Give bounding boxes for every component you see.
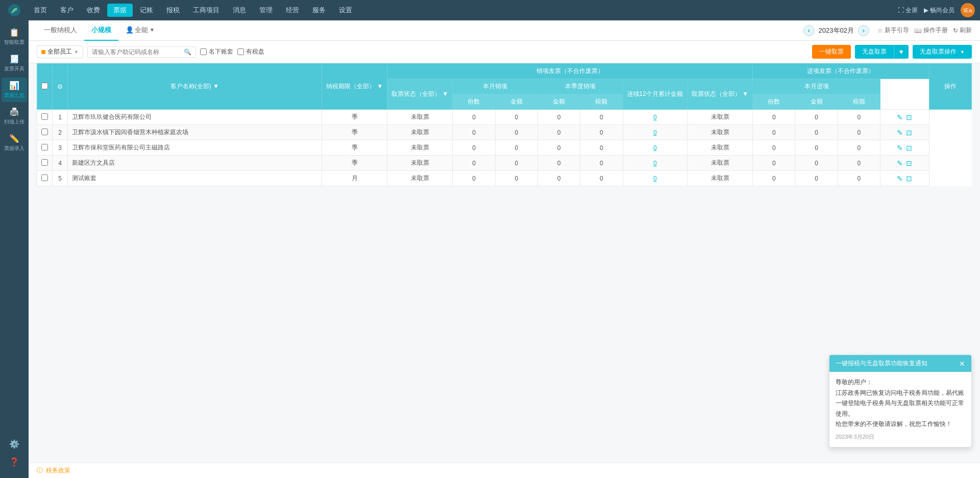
wupan-ops-btn[interactable]: 无盘取票操作 ▼ [913, 45, 972, 59]
row-checkbox[interactable] [41, 144, 48, 150]
row-xx-month-amount: 0 [495, 125, 537, 140]
checkbox-mingxia-label[interactable]: 名下账套 [200, 47, 233, 56]
row-xx-12m[interactable]: 0 [623, 140, 687, 156]
col-checkbox [37, 64, 53, 110]
row-name: 新建区方文具店 [68, 156, 322, 171]
nav-item-记账[interactable]: 记账 [134, 4, 159, 17]
sidebar-item-settings[interactable]: ⚙️ [2, 436, 27, 452]
sidebar-item-smart-ticket[interactable]: 📋 智能取票 [2, 24, 27, 49]
member-btn[interactable]: ▶ 畅尚会员 [924, 6, 954, 15]
next-month-btn[interactable]: › [858, 25, 869, 36]
guide-btn[interactable]: ☆ 新手引导 [877, 26, 909, 35]
sidebar-bottom: ⚙️ ❓ [2, 436, 27, 474]
col-group-jinxiang: 进项发票（不合作废票） [753, 64, 929, 79]
edit-icon[interactable]: ✎ [897, 159, 903, 167]
invoice-open-icon: 🧾 [9, 54, 19, 64]
col-jx-month: 本月进项 [753, 79, 880, 94]
nav-item-客户[interactable]: 客户 [54, 4, 80, 17]
row-period: 季 [322, 125, 387, 140]
search-icon[interactable]: 🔍 [184, 48, 191, 56]
col-jx-status: 取票状态（全部） ▼ [687, 79, 752, 110]
checkbox-youshui[interactable] [237, 48, 244, 55]
delete-icon[interactable]: ⊡ [906, 159, 912, 167]
edit-icon[interactable]: ✎ [897, 129, 903, 137]
tab-general-taxpayer[interactable]: 一般纳税人 [37, 20, 84, 41]
smart-ticket-icon: 📋 [9, 28, 19, 37]
checkbox-mingxia[interactable] [200, 48, 207, 55]
edit-icon[interactable]: ✎ [897, 144, 903, 152]
checkbox-youshui-label[interactable]: 有税盘 [237, 47, 264, 56]
edit-icon[interactable]: ✎ [897, 174, 903, 183]
sidebar-item-ticket-summary[interactable]: 📊 票据汇总 [2, 78, 27, 102]
avatar[interactable]: tEa [961, 3, 975, 17]
tab-small-scale[interactable]: 小规模 [84, 20, 118, 41]
row-checkbox[interactable] [41, 113, 48, 120]
nav-item-收费[interactable]: 收费 [81, 4, 106, 17]
manual-btn[interactable]: 📖 操作手册 [914, 26, 948, 35]
date-navigator: ‹ 2023年02月 › [803, 25, 869, 36]
row-xx-12m[interactable]: 0 [623, 156, 687, 171]
refresh-btn[interactable]: ↻ 刷新 [953, 26, 972, 35]
sidebar-item-ticket-entry[interactable]: ✏️ 票据录入 [2, 131, 27, 155]
delete-icon[interactable]: ⊡ [906, 113, 912, 121]
yijian-qupiao-btn[interactable]: 一键取票 [812, 45, 851, 59]
ticket-summary-icon: 📊 [9, 81, 19, 90]
delete-icon[interactable]: ⊡ [906, 129, 912, 137]
row-xx-12m[interactable]: 0 [623, 110, 687, 125]
nav-item-票据[interactable]: 票据 [107, 4, 133, 17]
wupan-qupiao-btn[interactable]: 无盘取票 [855, 45, 894, 59]
notification-close-btn[interactable]: ✕ [959, 360, 965, 368]
refresh-icon: ↻ [953, 27, 958, 34]
tax-policy-link[interactable]: 税务政策 [46, 466, 70, 475]
row-xx-season-tax: 0 [580, 140, 623, 156]
col-xx-season-tax: 税额 [580, 94, 623, 110]
row-checkbox-cell [37, 156, 53, 171]
wupan-dropdown-btn[interactable]: ▼ [894, 45, 909, 59]
row-xx-month-amount: 0 [495, 171, 537, 186]
row-jx-month-count: 0 [753, 156, 795, 171]
select-all-checkbox[interactable] [41, 83, 48, 89]
notification-title: 一键报税与无盘取票功能恢复通知 [836, 359, 927, 368]
row-xx-status: 未取票 [387, 156, 453, 171]
delete-icon[interactable]: ⊡ [906, 144, 912, 152]
sidebar-item-scan-upload[interactable]: 🖨️ 扫描上传 [2, 104, 27, 129]
row-xx-12m[interactable]: 0 [623, 125, 687, 140]
delete-icon[interactable]: ⊡ [906, 174, 912, 183]
main-table: ⚙ 客户名称(全部) ▼ 纳税期限（全部） ▼ 销项发票（不合作废票） 进项发票… [37, 63, 972, 186]
prev-month-btn[interactable]: ‹ [803, 25, 815, 36]
nav-item-首页[interactable]: 首页 [28, 4, 53, 17]
employee-select[interactable]: 全部员工 ▼ [37, 45, 83, 58]
search-input[interactable] [92, 48, 184, 56]
row-period: 季 [322, 110, 387, 125]
fullscreen-btn[interactable]: ⛶ 全屏 [898, 6, 918, 15]
top-nav: 首页客户收费票据记账报税工商项目消息管理经营服务设置 ⛶ 全屏 ▶ 畅尚会员 t… [0, 0, 980, 20]
row-xx-12m[interactable]: 0 [623, 171, 687, 186]
row-checkbox[interactable] [41, 159, 48, 166]
row-jx-month-amount: 0 [795, 140, 838, 156]
notification-date: 2023年3月20日 [836, 432, 965, 442]
row-jx-status: 未取票 [687, 110, 752, 125]
tab-all-capable[interactable]: 👤 全能 ▼ [118, 20, 162, 41]
nav-item-报税[interactable]: 报税 [160, 4, 186, 17]
info-icon: ⓘ [37, 466, 43, 475]
sidebar-item-help[interactable]: ❓ [2, 454, 27, 470]
row-checkbox[interactable] [41, 129, 48, 135]
nav-item-消息[interactable]: 消息 [227, 4, 252, 17]
nav-item-服务[interactable]: 服务 [306, 4, 332, 17]
nav-item-管理[interactable]: 管理 [253, 4, 279, 17]
nav-item-工商项目[interactable]: 工商项目 [187, 4, 226, 17]
col-xx-month-count: 份数 [453, 94, 495, 110]
row-index: 1 [53, 110, 68, 125]
row-jx-month-tax: 0 [838, 156, 880, 171]
row-jx-status: 未取票 [687, 140, 752, 156]
scan-upload-icon: 🖨️ [9, 107, 19, 117]
nav-item-设置[interactable]: 设置 [333, 4, 358, 17]
row-xx-season-amount: 0 [537, 171, 580, 186]
sidebar-item-invoice-open[interactable]: 🧾 发票开具 [2, 51, 27, 76]
manual-icon: 📖 [914, 27, 922, 34]
row-checkbox[interactable] [41, 174, 48, 181]
edit-icon[interactable]: ✎ [897, 113, 903, 121]
nav-item-经营[interactable]: 经营 [280, 4, 305, 17]
nav-right: ⛶ 全屏 ▶ 畅尚会员 tEa [898, 3, 975, 17]
row-jx-month-tax: 0 [838, 140, 880, 156]
